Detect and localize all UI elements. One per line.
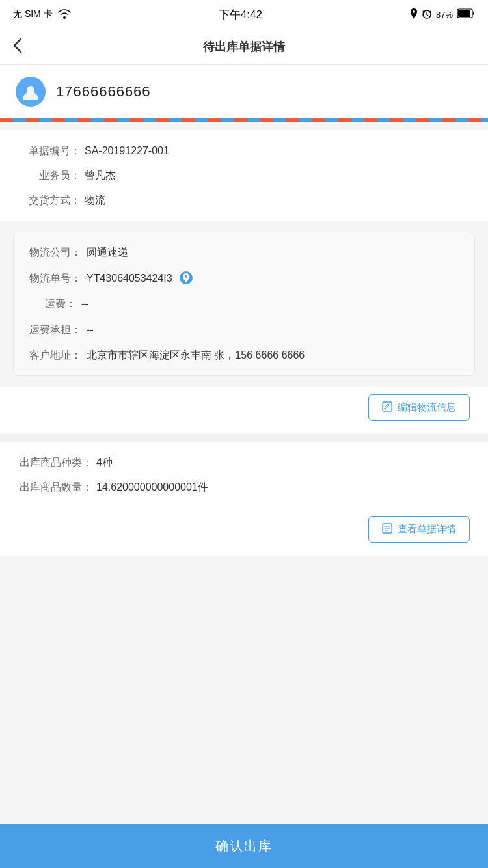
empty-space <box>0 556 488 660</box>
status-bar: 无 SIM 卡 下午4:42 87% <box>0 0 488 29</box>
tracking-number-text: YT43064053424I3 <box>87 270 172 287</box>
tracking-no-label: 物流单号： <box>29 270 87 287</box>
stripe-divider <box>0 118 488 122</box>
salesperson-value: 曾凡杰 <box>85 168 468 183</box>
delivery-method-label: 交货方式： <box>20 193 85 208</box>
delivery-method-row: 交货方式： 物流 <box>20 193 468 208</box>
tracking-no-value: YT43064053424I3 <box>87 270 459 287</box>
address-label: 客户地址： <box>29 347 87 364</box>
freight-bearer-label: 运费承担： <box>29 321 87 338</box>
freight-row: 运费： -- <box>29 295 459 312</box>
salesperson-label: 业务员： <box>20 168 85 183</box>
main-content: 17666666666 单据编号： SA-20191227-001 业务员： 曾… <box>0 65 488 712</box>
tracking-location-icon[interactable] <box>179 271 193 285</box>
nav-bar: 待出库单据详情 <box>0 29 488 65</box>
sim-status: 无 SIM 卡 <box>13 8 53 20</box>
view-detail-label: 查看单据详情 <box>398 523 456 536</box>
document-no-value: SA-20191227-001 <box>85 143 468 159</box>
location-status-icon <box>410 8 418 21</box>
back-button[interactable] <box>13 33 27 61</box>
document-no-label: 单据编号： <box>20 143 85 159</box>
status-right: 87% <box>410 8 475 21</box>
address-value: 北京市市辖区海淀区永丰南 张，156 6666 6666 <box>87 347 459 364</box>
logistics-company-label: 物流公司： <box>29 244 87 261</box>
logistics-card: 物流公司： 圆通速递 物流单号： YT43064053424I3 运费： -- <box>13 232 475 376</box>
freight-label: 运费： <box>29 295 81 312</box>
svg-point-6 <box>185 275 187 278</box>
address-row: 客户地址： 北京市市辖区海淀区永丰南 张，156 6666 6666 <box>29 347 459 364</box>
tracking-no-row: 物流单号： YT43064053424I3 <box>29 270 459 287</box>
document-icon <box>382 523 392 536</box>
edit-logistics-section: 编辑物流信息 <box>0 387 488 434</box>
product-type-row: 出库商品种类： 4种 <box>20 455 468 470</box>
product-quantity-label: 出库商品数量： <box>20 480 96 495</box>
customer-header: 17666666666 <box>0 65 488 118</box>
wifi-icon <box>58 8 71 21</box>
product-type-value: 4种 <box>96 455 468 470</box>
page-title: 待出库单据详情 <box>203 39 285 55</box>
svg-rect-3 <box>458 10 470 17</box>
product-quantity-row: 出库商品数量： 14.620000000000001件 <box>20 480 468 495</box>
freight-bearer-row: 运费承担： -- <box>29 321 459 338</box>
confirm-button-wrapper: 确认出库 <box>0 824 488 868</box>
battery-icon <box>457 8 475 20</box>
status-time: 下午4:42 <box>219 7 262 22</box>
document-no-row: 单据编号： SA-20191227-001 <box>20 143 468 159</box>
freight-value: -- <box>81 295 459 312</box>
view-detail-section: 查看单据详情 <box>0 508 488 556</box>
product-type-label: 出库商品种类： <box>20 455 96 470</box>
edit-logistics-label: 编辑物流信息 <box>398 401 456 414</box>
delivery-method-value: 物流 <box>85 193 468 208</box>
avatar <box>16 77 46 107</box>
svg-point-0 <box>413 10 415 13</box>
product-info-section: 出库商品种类： 4种 出库商品数量： 14.620000000000001件 <box>0 442 488 508</box>
status-left: 无 SIM 卡 <box>13 8 71 21</box>
section-divider <box>0 434 488 442</box>
salesperson-row: 业务员： 曾凡杰 <box>20 168 468 183</box>
logistics-company-row: 物流公司： 圆通速递 <box>29 244 459 261</box>
battery-percentage: 87% <box>436 10 453 20</box>
basic-info-section: 单据编号： SA-20191227-001 业务员： 曾凡杰 交货方式： 物流 <box>0 130 488 221</box>
freight-bearer-value: -- <box>87 321 459 338</box>
product-quantity-value: 14.620000000000001件 <box>96 480 468 495</box>
edit-logistics-button[interactable]: 编辑物流信息 <box>368 394 470 421</box>
alarm-icon <box>422 8 432 21</box>
view-detail-button[interactable]: 查看单据详情 <box>368 516 470 543</box>
customer-phone: 17666666666 <box>56 83 151 100</box>
logistics-company-value: 圆通速递 <box>87 244 459 261</box>
confirm-outbound-button[interactable]: 确认出库 <box>0 837 488 855</box>
edit-icon <box>382 401 392 414</box>
